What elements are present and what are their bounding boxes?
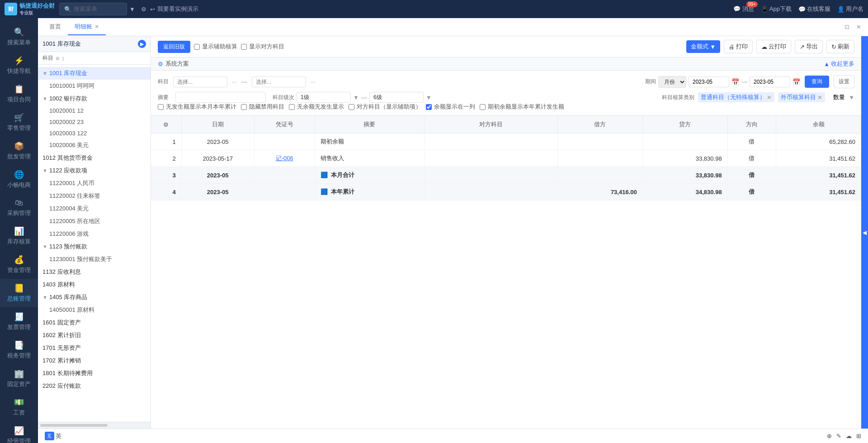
search-btn[interactable]: 查询 [805,76,829,88]
tree-item-1012[interactable]: 1012 其他货币资金 [38,152,151,164]
level-dropdown-icon[interactable]: ▼ [353,94,359,101]
checkbox-counter-account[interactable]: 对方科目（显示辅助项） [349,103,421,111]
tree-item-11220006[interactable]: 11220006 游戏 [38,228,151,240]
user-avatar[interactable]: 👤 用户名 [837,5,863,13]
tree-item-1001[interactable]: ▼ 1001 库存现金 [38,67,151,80]
sidebar-item-search[interactable]: 🔍 搜索菜单 [0,23,38,51]
tree-item-10020001[interactable]: 10020001 12 [38,105,151,116]
sidebar-item-capital[interactable]: 💰 资金管理 [0,250,38,279]
tree-item-1702[interactable]: 1702 累计摊销 [38,354,151,367]
bottom-item-edit[interactable]: ✎ [836,433,841,439]
setting-btn[interactable]: 设置 [834,75,854,88]
sidebar-item-stock[interactable]: 📊 库存核算 [0,222,38,250]
app-download-btn[interactable]: 📱 App下载 [761,5,792,13]
export-btn[interactable]: ↗ 导出 [795,40,823,53]
tree-item-1602[interactable]: 1602 累计折旧 [38,329,151,342]
gear-icon[interactable]: ⚙ [163,121,169,128]
tree-item-11220001[interactable]: 11220001 人民币 [38,177,151,190]
level-to-dropdown-icon[interactable]: ▼ [426,94,432,101]
show-counter-checkbox[interactable] [241,44,247,50]
right-sidebar[interactable]: ◀ [861,36,868,429]
sidebar-item-retail[interactable]: 🛒 零售管理 [0,108,38,137]
sidebar-item-tax[interactable]: 📑 税务管理 [0,336,38,364]
return-old-btn[interactable]: 返回旧版 [158,41,190,53]
tree-item-10020003[interactable]: 10020003 122 [38,128,151,139]
print-btn[interactable]: 🖨 打印 [724,40,753,53]
tree-item-10010001[interactable]: 10010001 呵呵呵 [38,80,151,92]
notification-badge[interactable]: 💬 消息 99+ [733,5,754,13]
sidebar-item-assets[interactable]: 🏢 固定资产 [0,364,38,393]
tree-item-1122[interactable]: ▼ 1122 应收款项 [38,164,151,177]
sidebar-item-purchase[interactable]: 🛍 采购管理 [0,194,38,222]
show-assist-checkbox[interactable] [194,44,200,50]
topbar-search[interactable]: 🔍 搜索菜单 [59,3,127,15]
tree-item-2202[interactable]: 2202 应付账款 [38,380,151,392]
account-nav-btn[interactable]: ▶ [138,40,146,48]
tree-item-1701[interactable]: 1701 无形资产 [38,342,151,354]
calendar-from-icon[interactable]: 📅 [731,78,739,86]
amount-mode-btn[interactable]: 金额式 ▼ [686,40,720,53]
tree-item-11230001[interactable]: 11230001 预付账款美于 [38,253,151,266]
checkbox-hide-disabled[interactable]: 隐藏禁用科目 [241,103,284,111]
tree-scrollbar[interactable] [38,422,151,429]
sort-icon[interactable]: ↕ [61,55,65,62]
period-type-select[interactable]: 月份 [658,76,686,88]
tab-home[interactable]: 首页 [42,19,68,35]
subject-input[interactable] [173,76,227,87]
sidebar-item-project[interactable]: 📋 项目合同 [0,80,38,108]
checkbox-balance-one-col[interactable]: 余额显示在一列 [426,103,475,111]
sidebar-item-quick-nav[interactable]: ⚡ 快捷导航 [0,51,38,80]
row-debit-3 [557,167,642,184]
sidebar-item-invoice[interactable]: 🧾 发票管理 [0,307,38,336]
quantity-dropdown-icon[interactable]: ▼ [849,94,854,101]
calendar-to-icon[interactable]: 📅 [793,78,800,86]
sidebar-item-ecommerce[interactable]: 🌐 小畅电商 [0,165,38,194]
tree-item-1601[interactable]: 1601 固定资产 [38,316,151,329]
tab-close-window-icon[interactable]: ✕ [854,24,863,30]
level-from-input[interactable] [297,92,351,103]
cloud-print-btn[interactable]: ☁ 云打印 [756,40,791,53]
tree-item-11220005[interactable]: 11220005 所在地区 [38,215,151,228]
voucher-link-2[interactable]: 记-006 [276,155,293,162]
bottom-item-grid[interactable]: ⊞ [856,433,861,439]
cloud-print-icon: ☁ [761,43,767,50]
tree-item-1002[interactable]: ▼ 1002 银行存款 [38,92,151,105]
tree-item-1403[interactable]: 1403 原材料 [38,278,151,291]
tree-item-1132[interactable]: 1132 应收利息 [38,266,151,278]
tab-close-detail[interactable]: ✕ [94,24,99,30]
bottom-item-translate[interactable]: 互 英 [45,432,61,440]
tree-item-1801[interactable]: 1801 长期待摊费用 [38,367,151,380]
checkbox-no-balance-year[interactable]: 无发生额显示本月本年累计 [158,103,236,111]
tag-close-normal[interactable]: ✕ [767,94,772,101]
topbar-gear-icon[interactable]: ⚙ [141,6,146,13]
sidebar-item-payroll[interactable]: 💵 工资 [0,393,38,421]
sidebar-item-wholesale[interactable]: 📦 批发管理 [0,137,38,165]
tree-item-11220002[interactable]: 11220002 往来标签 [38,190,151,202]
subject-to-input[interactable] [252,76,306,87]
checkbox-opening-year[interactable]: 期初余额显示本年累计发生额 [480,103,564,111]
tree-item-1123[interactable]: ▼ 1123 预付账款 [38,240,151,253]
tab-detail[interactable]: 明细账 ✕ [68,19,106,35]
topbar-dropdown-arrow[interactable]: ▼ [129,6,135,13]
sidebar-item-operation[interactable]: 📈 经营管理 [0,421,38,443]
tag-close-foreign[interactable]: ✕ [817,94,822,101]
online-service-btn[interactable]: 💬 在线客服 [798,5,830,13]
tree-item-14050001[interactable]: 14050001 原材料 [38,304,151,316]
tree-item-10020002[interactable]: 10020002 23 [38,116,151,128]
period-from-input[interactable] [689,76,729,87]
tree-item-10020006[interactable]: 10020006 美元 [38,139,151,152]
period-to-input[interactable] [750,76,790,87]
bottom-item-cloud[interactable]: ☁ [846,433,852,439]
refresh-btn[interactable]: ↻ 刷新 [826,40,854,53]
summary-input[interactable] [175,92,266,103]
topbar-demo[interactable]: ↩ 我要看实例演示 [150,5,198,13]
bottom-item-add[interactable]: ⊕ [827,433,832,439]
tree-item-11220004[interactable]: 11220004 美元 [38,202,151,215]
tab-expand-icon[interactable]: ⊡ [842,24,852,30]
expand-more-btn[interactable]: ▲ 收起更多 [824,60,854,68]
sidebar-item-accounting[interactable]: 📒 总账管理 [0,279,38,307]
checkbox-no-balance-show[interactable]: 无余额无发生显示 [289,103,344,111]
tree-item-1405[interactable]: ▼ 1405 库存商品 [38,291,151,304]
level-to-input[interactable] [369,92,424,103]
list-view-icon[interactable]: ≡ [56,55,59,62]
